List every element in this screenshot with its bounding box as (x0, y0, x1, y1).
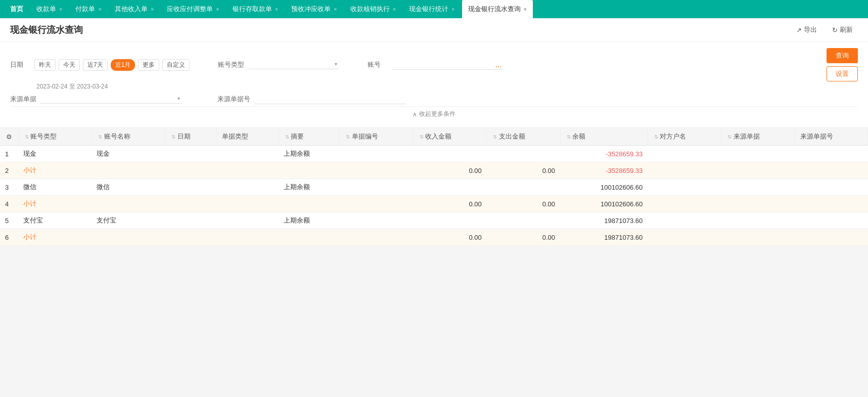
data-table-wrap: ⚙ ⇅ 账号类型 ⇅ 账号名称 ⇅ 日期 单据类型 ⇅ (0, 128, 868, 246)
cell-account-type: 小计 (18, 229, 92, 246)
th-balance[interactable]: ⇅ 余额 (560, 128, 648, 146)
date-range-display: 2023-02-24 至 2023-03-24 (36, 83, 108, 90)
cell-counterpart (648, 162, 721, 179)
th-counterpart[interactable]: ⇅ 对方户名 (648, 128, 721, 146)
header-actions: ↗ 导出 ↻ 刷新 (791, 23, 858, 36)
cell-src-doc-no (795, 196, 868, 212)
close-icon[interactable]: × (151, 6, 154, 12)
cell-income: 0.00 (413, 162, 486, 179)
export-button[interactable]: ↗ 导出 (791, 23, 822, 36)
nav-tab-payments[interactable]: 付款单 × (69, 0, 107, 18)
close-icon[interactable]: × (59, 6, 62, 12)
refresh-label: 刷新 (840, 25, 853, 34)
th-src-doc[interactable]: ⇅ 来源单据 (721, 128, 795, 146)
th-src-doc-no-label: 来源单据号 (800, 133, 833, 140)
cell-src-doc-no (795, 162, 868, 179)
cell-src-doc (721, 146, 795, 162)
nav-tab-cash-flow[interactable]: 现金银行流水查询 × (462, 0, 533, 18)
cell-src-doc-no (795, 179, 868, 196)
table-row[interactable]: 4 小计 0.00 0.00 100102606.60 (0, 196, 868, 212)
cell-src-doc (721, 212, 795, 229)
source-doc-select-wrap: ▾ (40, 95, 182, 104)
gear-icon[interactable]: ⚙ (6, 133, 12, 141)
cell-seq: 6 (0, 229, 18, 246)
nav-tab-receipts[interactable]: 收款单 × (30, 0, 68, 18)
nav-tab-bank-deposit[interactable]: 银行存取款单 × (226, 0, 284, 18)
cell-balance: -3528659.33 (560, 146, 648, 162)
cell-date (165, 146, 217, 162)
close-icon[interactable]: × (524, 6, 527, 12)
date-btn-custom[interactable]: 自定义 (162, 59, 190, 71)
query-button[interactable]: 查询 (827, 48, 858, 63)
page-header: 现金银行流水查询 ↗ 导出 ↻ 刷新 (0, 18, 868, 42)
nav-tab-cash-stat[interactable]: 现金银行统计 × (403, 0, 461, 18)
th-date[interactable]: ⇅ 日期 (165, 128, 217, 146)
cell-account-type: 现金 (18, 146, 92, 162)
close-icon[interactable]: × (334, 6, 337, 12)
cell-seq: 3 (0, 179, 18, 196)
close-icon[interactable]: × (216, 6, 219, 12)
th-summary[interactable]: ⇅ 摘要 (279, 128, 340, 146)
date-btn-today[interactable]: 今天 (59, 59, 80, 71)
cell-counterpart (648, 146, 721, 162)
cell-doc-no (340, 229, 413, 246)
cell-balance: 100102606.60 (560, 179, 648, 196)
th-doc-type[interactable]: 单据类型 (217, 128, 279, 146)
th-income[interactable]: ⇅ 收入金额 (413, 128, 486, 146)
account-filter-group: 账号 ... (368, 60, 503, 70)
table-row[interactable]: 6 小计 0.00 0.00 19871073.60 (0, 229, 868, 246)
date-btn-1month[interactable]: 近1月 (111, 59, 135, 71)
th-src-doc-no[interactable]: 来源单据号 (795, 128, 868, 146)
nav-tab-receipt-exec[interactable]: 收款核销执行 × (344, 0, 402, 18)
close-icon[interactable]: × (275, 6, 278, 12)
table-row[interactable]: 5 支付宝 支付宝 上期余额 19871073.60 (0, 212, 868, 229)
th-gear[interactable]: ⚙ (0, 128, 18, 146)
refresh-button[interactable]: ↻ 刷新 (827, 23, 858, 36)
settings-button[interactable]: 设置 (827, 66, 858, 81)
cell-income: 0.00 (413, 196, 486, 212)
sort-icon: ⇅ (567, 134, 571, 140)
th-account-type[interactable]: ⇅ 账号类型 (18, 128, 92, 146)
date-btn-7days[interactable]: 近7天 (83, 59, 108, 71)
account-type-label: 账号类型 (218, 60, 244, 69)
sort-icon: ⇅ (346, 134, 350, 140)
th-doc-no[interactable]: ⇅ 单据编号 (340, 128, 413, 146)
nav-tab-ar-ap-adjust[interactable]: 应收应付调整单 × (161, 0, 225, 18)
nav-home[interactable]: 首页 (4, 0, 29, 18)
collapse-bar[interactable]: ∧ 收起更多条件 (10, 106, 858, 121)
refresh-icon: ↻ (832, 26, 838, 34)
cell-account-name: 微信 (92, 179, 165, 196)
cell-doc-type (217, 212, 279, 229)
cell-income (413, 179, 486, 196)
close-icon[interactable]: × (98, 6, 101, 12)
table-row[interactable]: 2 小计 0.00 0.00 -3528659.33 (0, 162, 868, 179)
sort-icon: ⇅ (420, 134, 424, 140)
date-btn-more[interactable]: 更多 (138, 59, 159, 71)
cell-expense: 0.00 (487, 162, 560, 179)
table-row[interactable]: 1 现金 现金 上期余额 -3528659.33 (0, 146, 868, 162)
close-icon[interactable]: × (393, 6, 396, 12)
cell-src-doc-no (795, 212, 868, 229)
table-header-row: ⚙ ⇅ 账号类型 ⇅ 账号名称 ⇅ 日期 单据类型 ⇅ (0, 128, 868, 146)
date-btn-yesterday[interactable]: 昨天 (34, 59, 56, 71)
table-row[interactable]: 3 微信 微信 上期余额 100102606.60 (0, 179, 868, 196)
th-account-name[interactable]: ⇅ 账号名称 (92, 128, 165, 146)
cell-income: 0.00 (413, 229, 486, 246)
sort-icon: ⇅ (25, 134, 29, 140)
th-account-type-label: 账号类型 (30, 133, 57, 140)
nav-tab-other-income[interactable]: 其他收入单 × (109, 0, 160, 18)
cell-account-name (92, 196, 165, 212)
account-input[interactable] (392, 60, 493, 69)
th-expense[interactable]: ⇅ 支出金额 (487, 128, 560, 146)
source-doc-no-input[interactable] (254, 94, 406, 104)
cell-doc-type (217, 146, 279, 162)
account-type-select[interactable]: 现金 微信 支付宝 (248, 60, 339, 68)
more-icon[interactable]: ... (495, 60, 501, 69)
source-doc-select[interactable] (40, 95, 182, 102)
nav-tab-prepaid[interactable]: 预收冲应收单 × (285, 0, 343, 18)
close-icon[interactable]: × (451, 6, 454, 12)
date-shortcuts: 昨天 今天 近7天 近1月 更多 自定义 (34, 59, 190, 71)
account-type-filter-group: 账号类型 现金 微信 支付宝 ▾ (218, 60, 339, 69)
cell-account-name (92, 229, 165, 246)
top-navigation: 首页 收款单 × 付款单 × 其他收入单 × 应收应付调整单 × 银行存取款单 … (0, 0, 868, 18)
